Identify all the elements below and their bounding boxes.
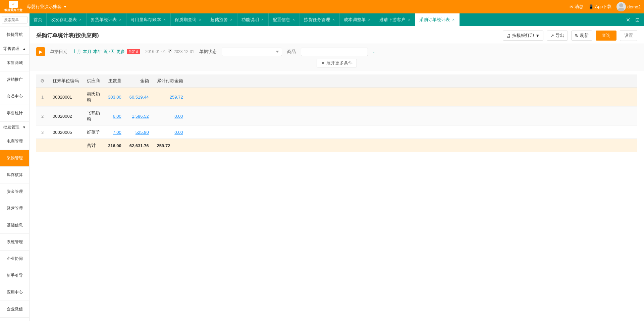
sidebar-item-purchase-mgmt[interactable]: 采购管理 [0, 150, 29, 167]
row-amount[interactable]: 60,519.44 [125, 88, 153, 107]
sidebar-item-ecommerce[interactable]: 电商管理 [0, 133, 29, 150]
footer-label-cell [49, 139, 83, 152]
tab-overstock-warn-close-icon[interactable]: × [229, 17, 233, 22]
row-code[interactable]: 00020005 [49, 126, 83, 139]
col-supplier: 供应商 [83, 74, 104, 88]
sidebar-item-enterprise-collab[interactable]: 企业协同 [0, 251, 29, 267]
row-code[interactable]: 00020001 [49, 88, 83, 107]
tab-available-stock-close-icon[interactable]: × [163, 17, 166, 22]
workspace-name: 母婴行业演示账套 [27, 4, 62, 10]
export-button[interactable]: ↗ 导出 [547, 31, 568, 41]
row-paid[interactable]: 259.72 [153, 88, 187, 107]
refresh-icon: ↻ [575, 33, 579, 38]
shortcut-last-month[interactable]: 上月 [72, 49, 81, 55]
tab-overstock-warn[interactable]: 超储预警 × [206, 13, 237, 26]
row-supplier: 飞鹤奶粉 [83, 107, 104, 126]
tab-close-icon[interactable]: ✕ [624, 16, 632, 24]
quick-nav-label: 快捷导航 [7, 32, 23, 38]
tab-receive-send[interactable]: 收发存汇总表 × [47, 13, 87, 26]
row-amount[interactable]: 1,586.52 [125, 107, 153, 126]
tab-require-goods[interactable]: 要货单统计表 × [87, 13, 126, 26]
tab-receive-send-close-icon[interactable]: × [78, 17, 82, 22]
tab-bar: 首页 收发存汇总表 × 要货单统计表 × 可用量库存账本 × 保质期查询 × 超… [30, 13, 644, 26]
shortcut-this-year[interactable]: 本年 [93, 49, 102, 55]
tab-maximize-icon[interactable]: ⊡ [634, 16, 641, 24]
sidebar-item-marketing[interactable]: 营销推广 [0, 71, 29, 88]
date-filter-label: 单据日期 [50, 49, 67, 55]
goods-input[interactable] [301, 48, 368, 56]
tab-warranty-query-close-icon[interactable]: × [198, 17, 202, 22]
tab-require-goods-close-icon[interactable]: × [118, 17, 122, 22]
user-menu[interactable]: demo2 [616, 2, 641, 11]
sidebar-item-stock-check[interactable]: 库存核算 [0, 167, 29, 183]
row-quantity[interactable]: 303.00 [104, 88, 125, 107]
query-button[interactable]: 查询 [596, 31, 616, 41]
row-num: 3 [36, 126, 49, 139]
template-arrow-icon: ▼ [535, 33, 540, 38]
more-filter-button[interactable]: ··· [373, 49, 377, 54]
row-supplier: 惠氏奶粉 [83, 88, 104, 107]
row-paid[interactable]: 0.00 [153, 107, 187, 126]
date-from: 2016-01-01 [145, 49, 166, 54]
shortcut-this-month[interactable]: 本月 [83, 49, 92, 55]
tab-home[interactable]: 首页 [30, 13, 47, 26]
tab-pick-task-close-icon[interactable]: × [332, 17, 335, 22]
shortcut-7days[interactable]: 近7天 [104, 49, 115, 55]
sidebar-item-finance[interactable]: 资金管理 [0, 183, 29, 200]
shortcut-more[interactable]: 更多 [116, 49, 125, 55]
tab-warranty-query[interactable]: 保质期查询 × [171, 13, 206, 26]
row-amount[interactable]: 525.80 [125, 126, 153, 139]
app-download-action[interactable]: 📱 App下载 [588, 4, 611, 10]
tab-feature-explain-close-icon[interactable]: × [261, 17, 264, 22]
column-settings-icon[interactable]: ⚙ [40, 78, 45, 84]
sidebar-item-retail-store[interactable]: 零售商城 [0, 55, 29, 71]
row-quantity[interactable]: 6.00 [104, 107, 125, 126]
app-download-label: App下载 [595, 4, 611, 10]
workspace-selector[interactable]: 母婴行业演示账套 ▼ [23, 4, 570, 10]
tab-cost-adjust-close-icon[interactable]: × [367, 17, 371, 22]
row-code[interactable]: 00020002 [49, 107, 83, 126]
system-mgmt-label: 系统管理 [7, 239, 23, 245]
table-container: ⚙ 往来单位编码 供应商 主数量 金额 累计付款金额 1 00020001 惠氏… [30, 71, 644, 155]
sidebar-item-enterprise-wechat[interactable]: 企业微信 [0, 301, 29, 318]
filter-toggle-button[interactable]: ▶ [36, 47, 45, 56]
tab-feature-explain[interactable]: 功能说明 × [237, 13, 269, 26]
footer-amount: 62,631.76 [125, 139, 153, 152]
sidebar-item-member[interactable]: 畅会员 [0, 318, 29, 321]
tab-invite-downstream[interactable]: 邀请下游客户 × [375, 13, 415, 26]
settings-label: 设置 [624, 33, 633, 38]
status-select[interactable] [222, 48, 282, 56]
sidebar-item-retail-stats[interactable]: 零售统计 [0, 105, 29, 122]
row-quantity[interactable]: 7.00 [104, 126, 125, 139]
settings-button[interactable]: 设置 [620, 30, 637, 41]
expand-more-button[interactable]: ▼ 展开更多条件 [317, 59, 357, 67]
sidebar-item-member-center[interactable]: 会员中心 [0, 88, 29, 105]
sidebar-item-quick-nav[interactable]: 快捷导航 [0, 26, 29, 43]
tab-purchase-summary[interactable]: 采购订单统计表 × [415, 13, 460, 26]
sidebar-item-app-center[interactable]: 应用中心 [0, 284, 29, 301]
tab-pick-task[interactable]: 拣货任务管理 × [300, 13, 340, 26]
tab-config-info[interactable]: 配置信息 × [269, 13, 300, 26]
refresh-button[interactable]: ↻ 刷新 [571, 31, 592, 41]
sidebar-item-basic-info[interactable]: 基础信息 [0, 217, 29, 234]
tab-purchase-summary-close-icon[interactable]: × [451, 17, 455, 22]
sidebar-item-retail-mgmt[interactable]: 零售管理 ▲ [0, 43, 29, 55]
tab-receive-send-label: 收发存汇总表 [51, 17, 77, 23]
tab-config-info-label: 配置信息 [273, 17, 290, 23]
sidebar-item-new-guide[interactable]: 新手引导 [0, 267, 29, 284]
tab-available-stock[interactable]: 可用量库存账本 × [126, 13, 171, 26]
template-print-button[interactable]: 🖨 按模板打印 ▼ [503, 31, 543, 41]
sidebar-item-system-mgmt[interactable]: 系统管理 [0, 234, 29, 251]
workspace-arrow-icon: ▼ [63, 5, 67, 9]
tab-config-info-close-icon[interactable]: × [292, 17, 296, 22]
app-logo[interactable]: ✓ 畅捷通好生意 [3, 1, 23, 13]
tab-invite-downstream-close-icon[interactable]: × [407, 17, 411, 22]
message-action[interactable]: ✉ 消息 [570, 4, 583, 10]
search-input[interactable] [2, 16, 28, 23]
tab-cost-adjust[interactable]: 成本调整单 × [340, 13, 375, 26]
tab-overstock-warn-label: 超储预警 [210, 17, 228, 23]
sidebar-item-operations[interactable]: 经营管理 [0, 200, 29, 217]
row-paid[interactable]: 0.00 [153, 126, 187, 139]
col-paid: 累计付款金额 [153, 74, 187, 88]
sidebar-item-wholesale-mgmt[interactable]: 批发管理 ▼ [0, 122, 29, 133]
